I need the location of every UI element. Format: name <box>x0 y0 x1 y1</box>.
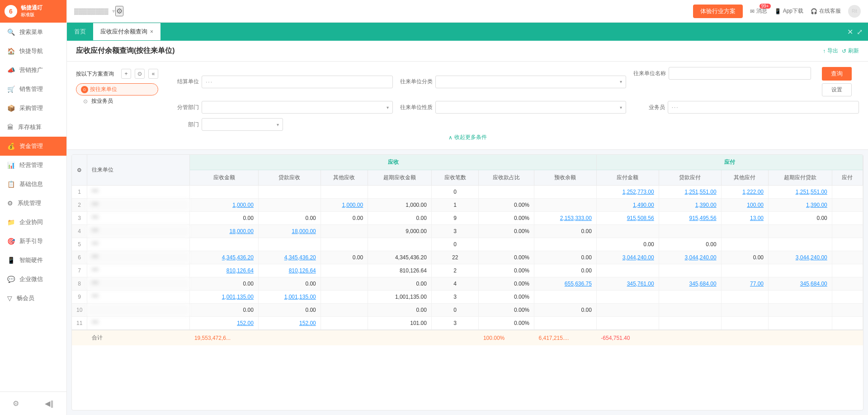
app-download-button[interactable]: 📱 App下载 <box>774 7 803 15</box>
export-button[interactable]: ↑ 导出 <box>823 47 838 55</box>
row-other-ap[interactable]: 13.00 <box>721 212 768 225</box>
filter-by-unit[interactable]: ⊙ 按往来单位 <box>76 83 158 95</box>
unit-name-input[interactable] <box>669 67 811 80</box>
unit-category-label: 往来单位分类 <box>400 78 433 86</box>
collapse-more-btn[interactable]: ∧ 收起更多条件 <box>76 131 859 144</box>
filter-collapse-left-btn[interactable]: « <box>148 69 158 79</box>
sidebar-item-sales[interactable]: 🛒 销售管理 <box>0 80 66 99</box>
row-ar-amt[interactable]: 0.00 <box>190 304 258 317</box>
sidebar-item-wechat[interactable]: 💬 企业微信 <box>0 270 66 289</box>
row-ap-amt[interactable]: 915,508.56 <box>596 212 659 225</box>
row-ap-amt[interactable]: 3,044,240.00 <box>596 251 659 264</box>
sidebar-item-basic-info[interactable]: 📋 基础信息 <box>0 175 66 194</box>
query-button[interactable]: 查询 <box>822 67 852 81</box>
row-ap-amt[interactable]: 1,490.00 <box>596 199 659 212</box>
row-ar-amt[interactable]: 0.00 <box>190 277 258 291</box>
row-loan-ar[interactable]: 0.00 <box>258 304 321 317</box>
row-overdue-ap[interactable]: 1,251,551.00 <box>769 186 832 199</box>
row-loan-ar[interactable]: 0.00 <box>258 277 321 291</box>
refresh-button[interactable]: ↺ 刷新 <box>842 47 859 55</box>
dept-input[interactable]: ▾ <box>202 101 393 114</box>
row-other-ap[interactable]: 77.00 <box>721 277 768 291</box>
sidebar-item-inventory[interactable]: 🏛 库存核算 <box>0 118 66 137</box>
sidebar-item-system[interactable]: ⚙ 系统管理 <box>0 194 66 213</box>
row-ar-amt[interactable]: 0.00 <box>190 212 258 225</box>
sidebar-item-member[interactable]: ▽ 畅会员 <box>0 289 66 308</box>
online-service-button[interactable]: 🎧 在线客服 <box>811 7 841 15</box>
row-ap-amt[interactable]: 1,252,773.00 <box>596 186 659 199</box>
sidebar-item-purchase[interactable]: 📦 采购管理 <box>0 99 66 118</box>
sidebar-item-marketing[interactable]: 📣 营销推广 <box>0 61 66 80</box>
tab-expand-icon[interactable]: ⤢ <box>857 28 863 36</box>
row-loan-ap[interactable]: 345,684.00 <box>659 277 721 291</box>
sidebar-item-operations[interactable]: 📊 经营管理 <box>0 156 66 175</box>
enterprise-icon: 📁 <box>7 219 15 226</box>
row-loan-ap[interactable]: 1,390.00 <box>659 199 721 212</box>
row-ar-amt[interactable]: 810,126.64 <box>190 264 258 277</box>
solution-button[interactable]: 体验行业方案 <box>693 5 743 18</box>
row-other-ar[interactable]: 0.00 <box>321 212 368 225</box>
row-loan-ar[interactable]: 18,000.00 <box>258 225 321 238</box>
row-overdue-ap[interactable]: 345,684.00 <box>769 277 832 291</box>
row-ar-amt[interactable]: 152.00 <box>190 317 258 330</box>
department-arrow: ▾ <box>277 122 279 127</box>
gear-button[interactable]: ⚙ <box>115 6 123 16</box>
row-prepay[interactable]: 0.00 <box>534 251 597 264</box>
sidebar-item-search[interactable]: 🔍 搜索菜单 <box>0 23 66 42</box>
row-loan-ap[interactable]: 915,495.56 <box>659 212 721 225</box>
row-other-ap[interactable]: 0.00 <box>721 251 768 264</box>
sidebar-item-enterprise[interactable]: 📁 企业协同 <box>0 213 66 232</box>
tab-home[interactable]: 首页 <box>67 23 93 40</box>
row-prepay[interactable]: 655,636.75 <box>534 277 597 291</box>
filter-by-salesman[interactable]: ⊙ 按业务员 <box>76 95 158 107</box>
sidebar-collapse-btn[interactable]: ◀‖ <box>41 396 57 411</box>
sidebar-item-guide[interactable]: 🎯 新手引导 <box>0 232 66 251</box>
row-overdue-ap[interactable]: 3,044,240.00 <box>769 251 832 264</box>
tab-close-all-icon[interactable]: ✕ <box>847 28 853 36</box>
row-loan-ar[interactable]: 4,345,436.20 <box>258 251 321 264</box>
sidebar-settings-btn[interactable]: ⚙ <box>9 396 23 411</box>
row-ar-amt[interactable]: 4,345,436.20 <box>190 251 258 264</box>
row-loan-ap[interactable]: 0.00 <box>659 238 721 251</box>
row-loan-ar[interactable]: 0.00 <box>258 212 321 225</box>
row-other-ar[interactable]: 1,000.00 <box>321 199 368 212</box>
row-overdue-ap <box>769 317 832 330</box>
row-overdue-ap[interactable]: 1,390.00 <box>769 199 832 212</box>
row-loan-ar[interactable]: 152.00 <box>258 317 321 330</box>
department-input[interactable]: ▾ <box>202 118 283 131</box>
sidebar-item-hardware[interactable]: 📱 智能硬件 <box>0 251 66 270</box>
col-settings[interactable]: ⚙ <box>72 155 87 186</box>
row-ar-amt[interactable]: 1,001,135.00 <box>190 291 258 304</box>
row-other-ar[interactable]: 0.00 <box>321 251 368 264</box>
filter-settings-btn[interactable]: ⊙ <box>135 69 145 79</box>
setting-button[interactable]: 设置 <box>822 83 852 96</box>
row-overdue-ap[interactable]: 0.00 <box>769 212 832 225</box>
row-ar-amt[interactable]: 18,000.00 <box>190 225 258 238</box>
row-prepay[interactable]: 0.00 <box>534 225 597 238</box>
row-loan-ap[interactable]: 3,044,240.00 <box>659 251 721 264</box>
row-loan-ar[interactable]: 810,126.64 <box>258 264 321 277</box>
row-ap-amt[interactable]: 345,761.00 <box>596 277 659 291</box>
footer-ar-amt[interactable]: 19,553,472,6... <box>190 330 258 345</box>
sidebar-item-nav[interactable]: 🏠 快捷导航 <box>0 42 66 61</box>
unit-nature-input[interactable]: ▾ <box>435 101 626 114</box>
settlement-input[interactable]: ··· <box>202 76 393 88</box>
unit-category-input[interactable]: ▾ <box>435 76 626 88</box>
row-prepay[interactable]: 0.00 <box>534 264 597 277</box>
salesman-input[interactable]: ··· <box>668 101 859 114</box>
user-avatar[interactable]: Rit <box>848 5 861 18</box>
row-loan-ap[interactable]: 1,251,551.00 <box>659 186 721 199</box>
tab-close-icon[interactable]: × <box>150 29 153 35</box>
row-loan-ar[interactable]: 1,001,135.00 <box>258 291 321 304</box>
sidebar-item-finance[interactable]: 💰 资金管理 <box>0 137 66 156</box>
filter-add-btn[interactable]: + <box>121 69 131 79</box>
row-other-ap[interactable]: 100.00 <box>721 199 768 212</box>
row-ap-amt[interactable]: 0.00 <box>596 238 659 251</box>
message-button[interactable]: ✉ 消息 99+ <box>750 7 767 15</box>
row-prepay[interactable]: 2,153,333.00 <box>534 212 597 225</box>
row-ar-amt[interactable]: 1,000.00 <box>190 199 258 212</box>
row-other-ap[interactable]: 1,222.00 <box>721 186 768 199</box>
table-wrapper[interactable]: ⚙ 往来单位 应收 应付 应收金额 贷款应收 其他应收 超期应收金额 应收笔数 … <box>72 155 863 410</box>
row-prepay[interactable]: 0.00 <box>534 304 597 317</box>
tab-ar-query[interactable]: 应收应付余额查询 × <box>93 23 160 40</box>
